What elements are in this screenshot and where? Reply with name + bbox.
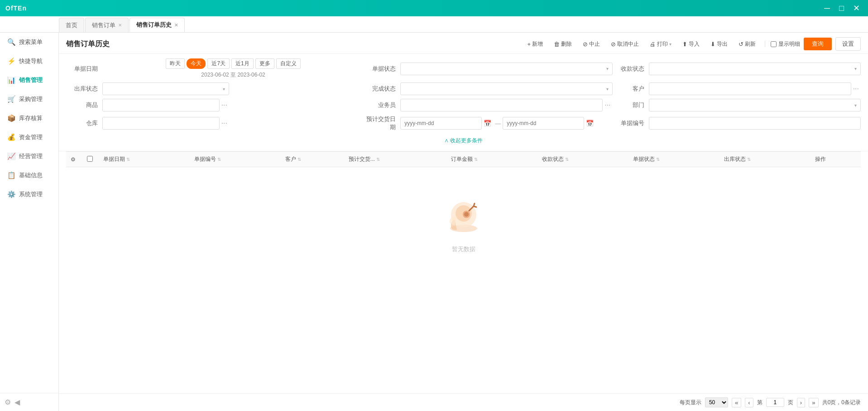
delivery-start-input[interactable] <box>400 117 482 130</box>
sidebar-item-sales-mgmt[interactable]: 📊 销售管理 <box>0 71 58 90</box>
data-table: ⚙ 单据日期 ⇅ 单据编号 ⇅ <box>66 151 861 167</box>
doc-status-select[interactable]: ▾ <box>400 63 612 75</box>
search-menu-icon: 🔍 <box>7 38 15 46</box>
th-order-amount[interactable]: 订单金额 ⇅ <box>446 152 537 167</box>
date-btn-1month[interactable]: 近1月 <box>231 58 254 69</box>
date-btn-7days[interactable]: 近7天 <box>207 58 230 69</box>
th-doc-number[interactable]: 单据编号 ⇅ <box>190 152 281 167</box>
empty-icon <box>441 194 486 240</box>
table-header-row: ⚙ 单据日期 ⇅ 单据编号 ⇅ <box>66 152 861 167</box>
date-range-text: 2023-06-02 至 2023-06-02 <box>201 71 265 79</box>
new-button[interactable]: + 新增 <box>523 39 547 50</box>
delivery-start-calendar-icon[interactable]: 📅 <box>484 120 491 127</box>
goods-dots[interactable]: ··· <box>220 101 229 109</box>
sidebar-item-inventory-label: 库存核算 <box>19 114 43 122</box>
complete-status-arrow: ▾ <box>606 87 609 92</box>
dept-select[interactable]: ▾ <box>649 99 861 111</box>
date-btn-more[interactable]: 更多 <box>255 58 274 69</box>
delivery-end-input[interactable] <box>503 117 584 130</box>
sidebar-collapse-button[interactable]: ◀ <box>14 398 20 406</box>
receipt-status-select[interactable]: ▾ <box>649 63 861 75</box>
receipt-status-label: 收款状态 <box>613 65 649 73</box>
th-receipt-status[interactable]: 收款状态 ⇅ <box>537 152 628 167</box>
display-toggle[interactable]: 显示明细 <box>771 40 800 48</box>
next-page-button[interactable]: › <box>797 398 805 407</box>
sidebar-item-purchase-mgmt[interactable]: 🛒 采购管理 <box>0 90 58 109</box>
sidebar-settings-button[interactable]: ⚙ <box>5 398 11 406</box>
tab-sales-order-history[interactable]: 销售订单历史 ✕ <box>129 18 185 32</box>
export-button[interactable]: ⬇ 导出 <box>707 39 731 50</box>
date-btn-yesterday[interactable]: 昨天 <box>166 58 185 69</box>
inventory-icon: 📦 <box>7 114 15 122</box>
page-title: 销售订单历史 <box>66 39 110 49</box>
sidebar-item-sys-mgmt[interactable]: ⚙️ 系统管理 <box>0 185 58 204</box>
gear-icon[interactable]: ⚙ <box>71 156 76 163</box>
expected-delivery-wrapper: 📅 — 📅 <box>400 117 612 130</box>
stop-button[interactable]: ⊘ 中止 <box>579 39 604 50</box>
customer-input[interactable] <box>649 82 851 95</box>
sidebar-item-basic-info[interactable]: 📋 基础信息 <box>0 166 58 185</box>
doc-number-label: 单据编号 <box>613 119 649 127</box>
last-page-button[interactable]: » <box>809 398 818 407</box>
customer-dots[interactable]: ··· <box>851 85 861 93</box>
cancel-stop-button[interactable]: ⊘ 取消中止 <box>607 39 643 50</box>
collapse-bar[interactable]: ∧ 收起更多条件 <box>66 135 861 146</box>
sidebar-item-inventory[interactable]: 📦 库存核算 <box>0 109 58 128</box>
import-icon: ⬆ <box>682 41 687 48</box>
sidebar-item-capital-mgmt[interactable]: 💰 资金管理 <box>0 128 58 147</box>
sort-customer-icon: ⇅ <box>297 157 301 162</box>
sort-out-status-icon: ⇅ <box>747 157 751 162</box>
th-expected-delivery[interactable]: 预计交货... ⇅ <box>344 152 446 167</box>
doc-number-input[interactable] <box>649 117 861 130</box>
select-all-checkbox[interactable] <box>87 156 93 162</box>
table-wrapper: ⚙ 单据日期 ⇅ 单据编号 ⇅ <box>59 151 868 393</box>
th-customer[interactable]: 客户 ⇅ <box>281 152 344 167</box>
prev-page-button[interactable]: ‹ <box>745 398 753 407</box>
delivery-end-calendar-icon[interactable]: 📅 <box>586 120 594 127</box>
th-doc-date[interactable]: 单据日期 ⇅ <box>99 152 190 167</box>
print-button[interactable]: 🖨 打印 ▾ <box>646 39 675 50</box>
per-page-label: 每页显示 <box>680 399 701 406</box>
sort-doc-status-icon: ⇅ <box>656 157 660 162</box>
minimize-button[interactable]: ─ <box>821 3 833 14</box>
date-btn-custom[interactable]: 自定义 <box>276 58 301 69</box>
th-doc-status[interactable]: 单据状态 ⇅ <box>628 152 719 167</box>
page-suffix: 页 <box>788 399 793 406</box>
toolbar: + 新增 🗑 删除 ⊘ 中止 ⊘ 取消中止 🖨 打印 <box>523 37 861 51</box>
out-status-select[interactable]: ▾ <box>102 82 229 95</box>
refresh-button[interactable]: ↺ 刷新 <box>735 39 759 50</box>
display-toggle-checkbox[interactable] <box>771 41 777 47</box>
query-button[interactable]: 查询 <box>804 38 832 50</box>
page-input[interactable] <box>766 398 784 407</box>
salesman-dots[interactable]: ··· <box>603 101 612 109</box>
tab-sales-order-history-close[interactable]: ✕ <box>174 23 178 28</box>
th-out-status[interactable]: 出库状态 ⇅ <box>719 152 810 167</box>
goods-input[interactable] <box>102 99 220 111</box>
filter-col-goods: 商品 ··· <box>66 99 364 111</box>
close-window-button[interactable]: ✕ <box>850 2 863 14</box>
sidebar-item-quick-nav[interactable]: ⚡ 快捷导航 <box>0 52 58 71</box>
new-label: 新增 <box>532 40 543 48</box>
tab-home[interactable]: 首页 <box>59 18 84 32</box>
top-bar-actions: ─ □ ✕ <box>821 2 863 14</box>
tab-sales-order-close[interactable]: ✕ <box>118 23 122 28</box>
salesman-input[interactable] <box>400 99 603 111</box>
filter-col-doc-status: 单据状态 ▾ <box>364 63 612 75</box>
tab-sales-order[interactable]: 销售订单 ✕ <box>85 18 129 32</box>
content-area: 销售订单历史 + 新增 🗑 删除 ⊘ 中止 ⊘ 取消中止 <box>59 33 868 411</box>
warehouse-input[interactable] <box>102 117 220 130</box>
maximize-button[interactable]: □ <box>836 3 847 14</box>
first-page-button[interactable]: « <box>732 398 741 407</box>
delete-button[interactable]: 🗑 删除 <box>550 39 575 50</box>
sidebar-item-search-menu[interactable]: 🔍 搜索菜单 <box>0 33 58 52</box>
date-btn-today[interactable]: 今天 <box>187 58 206 69</box>
setting-button[interactable]: 设置 <box>835 37 861 51</box>
complete-status-select[interactable]: ▾ <box>400 82 612 95</box>
salesman-input-wrapper: ··· <box>400 99 612 111</box>
per-page-select[interactable]: 50 10 20 100 <box>705 397 728 407</box>
warehouse-dots[interactable]: ··· <box>220 119 229 127</box>
import-button[interactable]: ⬆ 导入 <box>679 39 703 50</box>
filter-row-4: 仓库 ··· 预计交货日期 📅 — 📅 <box>66 115 861 131</box>
basic-info-icon: 📋 <box>7 171 15 179</box>
sidebar-item-ops-mgmt[interactable]: 📈 经营管理 <box>0 147 58 166</box>
